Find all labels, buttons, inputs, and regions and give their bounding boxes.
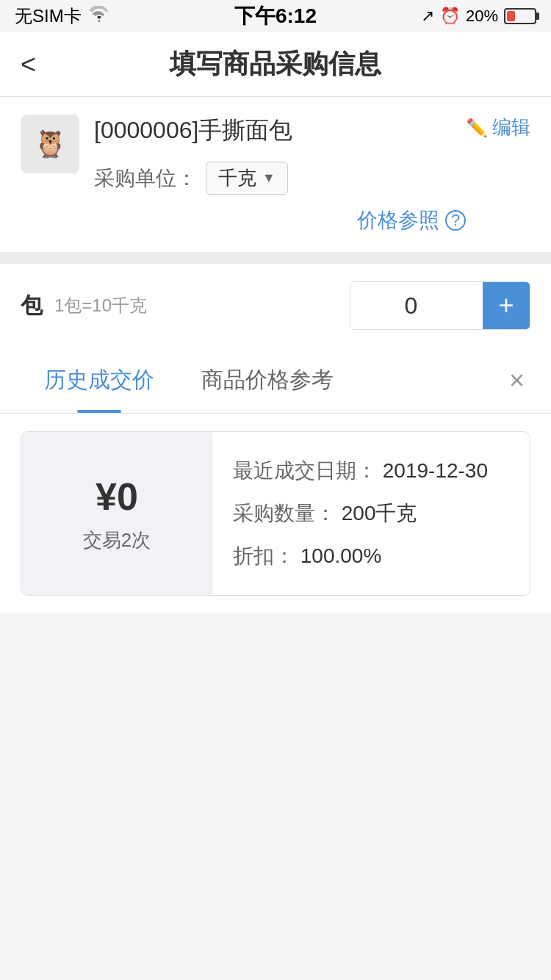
transaction-date-row: 最近成交日期： 2019-12-30 xyxy=(233,455,509,486)
product-info: 🦉 [0000006]手撕面包 采购单位： 千克 ▼ 价格参照 ? xyxy=(21,115,466,234)
product-owl-icon: 🦉 xyxy=(34,129,67,159)
purchase-unit-label: 采购单位： xyxy=(94,165,197,192)
tabs-container: 历史成交价 商品价格参考 xyxy=(21,347,357,413)
quantity-plus-button[interactable]: + xyxy=(483,282,530,329)
price-ref-row: 价格参照 ? xyxy=(94,206,466,234)
product-card: 🦉 [0000006]手撕面包 采购单位： 千克 ▼ 价格参照 ? xyxy=(0,97,551,252)
page-title: 填写商品采购信息 xyxy=(170,46,381,82)
close-panel-button[interactable]: × xyxy=(503,359,530,402)
product-thumbnail: 🦉 xyxy=(21,115,79,173)
unit-arrow-icon: ▼ xyxy=(262,170,276,186)
location-icon: ↗ xyxy=(421,7,434,26)
status-left: 无SIM卡 xyxy=(15,4,109,28)
unit-selector[interactable]: 千克 ▼ xyxy=(206,162,288,195)
price-ref-label: 价格参照 xyxy=(357,206,439,234)
quantity-input[interactable] xyxy=(350,282,483,329)
unit-value: 千克 xyxy=(218,165,256,191)
status-bar: 无SIM卡 下午6:12 ↗ ⏰ 20% xyxy=(0,0,551,32)
carrier-text: 无SIM卡 xyxy=(15,4,82,28)
transaction-quantity-row: 采购数量： 200千克 xyxy=(233,498,509,529)
price-ref-button[interactable]: 价格参照 ? xyxy=(357,206,466,234)
transaction-discount-value: 100.00% xyxy=(300,544,382,567)
quantity-input-group: + xyxy=(350,281,530,330)
tab-product-price-ref-label: 商品价格参考 xyxy=(201,367,334,392)
back-button[interactable]: < xyxy=(21,49,36,80)
transaction-card: ¥0 交易2次 最近成交日期： 2019-12-30 采购数量： 200千克 折… xyxy=(21,431,530,596)
transaction-quantity-value: 200千克 xyxy=(342,502,417,525)
quantity-row: 包 1包=10千克 + xyxy=(0,264,551,347)
edit-icon: ✏️ xyxy=(466,118,488,138)
edit-button[interactable]: ✏️ 编辑 xyxy=(466,115,530,140)
status-right: ↗ ⏰ 20% xyxy=(421,7,536,26)
tab-product-price-ref[interactable]: 商品价格参考 xyxy=(178,347,357,413)
tab-history-price-label: 历史成交价 xyxy=(44,367,154,392)
wifi-icon xyxy=(89,6,109,26)
battery-icon xyxy=(504,8,536,24)
transaction-date-value: 2019-12-30 xyxy=(383,459,488,482)
transaction-discount-row: 折扣： 100.00% xyxy=(233,541,509,572)
status-time: 下午6:12 xyxy=(234,2,317,30)
transaction-discount-label: 折扣： xyxy=(233,544,295,567)
transaction-price: ¥0 xyxy=(96,475,138,519)
price-ref-help-icon: ? xyxy=(445,210,466,231)
bottom-panel: 历史成交价 商品价格参考 × ¥0 交易2次 最近成交日期： 2019-12-3… xyxy=(0,347,551,613)
purchase-unit-row: 采购单位： 千克 ▼ xyxy=(94,162,466,195)
battery-percent: 20% xyxy=(466,7,498,26)
product-details: [0000006]手撕面包 采购单位： 千克 ▼ 价格参照 ? xyxy=(94,115,466,234)
edit-label: 编辑 xyxy=(492,115,530,140)
nav-bar: < 填写商品采购信息 xyxy=(0,32,551,97)
transaction-count: 交易2次 xyxy=(83,527,151,553)
product-name: [0000006]手撕面包 xyxy=(94,115,466,147)
transaction-list: ¥0 交易2次 最近成交日期： 2019-12-30 采购数量： 200千克 折… xyxy=(0,414,551,613)
bag-conversion: 1包=10千克 xyxy=(54,294,147,317)
product-header: 🦉 [0000006]手撕面包 采购单位： 千克 ▼ 价格参照 ? xyxy=(21,115,530,234)
transaction-date-label: 最近成交日期： xyxy=(233,459,377,482)
section-separator xyxy=(0,252,551,264)
transaction-right: 最近成交日期： 2019-12-30 采购数量： 200千克 折扣： 100.0… xyxy=(212,432,530,595)
tab-history-price[interactable]: 历史成交价 xyxy=(21,347,178,413)
alarm-icon: ⏰ xyxy=(440,7,460,26)
tabs-row: 历史成交价 商品价格参考 × xyxy=(0,347,551,414)
transaction-left: ¥0 交易2次 xyxy=(21,432,212,595)
transaction-quantity-label: 采购数量： xyxy=(233,502,336,525)
empty-area xyxy=(0,613,551,980)
bag-label: 包 xyxy=(21,291,43,321)
quantity-left: 包 1包=10千克 xyxy=(21,291,147,321)
